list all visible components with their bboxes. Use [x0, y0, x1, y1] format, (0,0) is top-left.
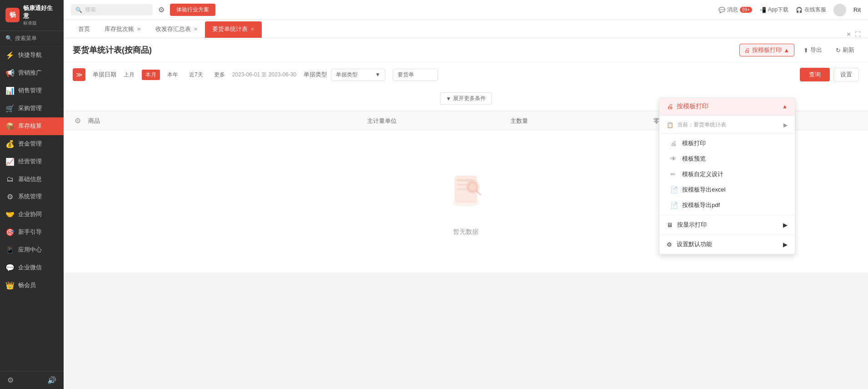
message-btn[interactable]: 💬 消息 99+ [718, 6, 752, 14]
filter-date-group: 单据日期 上月 本月 本年 近7天 更多 2023-06-01 至 2023-0… [93, 70, 296, 80]
dropdown-display-print[interactable]: 🖥 按显示打印 ▶ [659, 217, 795, 232]
sidebar-item-label: 企业微信 [18, 263, 42, 272]
sidebar-item-finance[interactable]: 💰 资金管理 [0, 135, 64, 153]
sales-icon: 📊 [5, 86, 15, 95]
sidebar-item-basic[interactable]: 🗂 基础信息 [0, 171, 64, 188]
table-settings-icon[interactable]: ⚙ [71, 112, 85, 130]
sidebar-search[interactable]: 🔍 搜索菜单 [0, 31, 64, 46]
tab-expand-btn[interactable]: ⛶ [855, 31, 861, 38]
sidebar-item-label: 基础信息 [18, 175, 42, 183]
print-icon: 🖨 [744, 47, 750, 54]
sidebar-item-label: 应用中心 [18, 246, 42, 254]
display-print-icon: 🖥 [667, 222, 673, 228]
print-template-btn[interactable]: 🖨 按模板打印 ▲ [739, 44, 794, 56]
dropdown-item-template-print[interactable]: 🖨 模板打印 [659, 136, 795, 151]
sidebar-item-label: 新手引导 [18, 228, 42, 236]
query-button[interactable]: 查询 [800, 68, 830, 81]
app-download-btn[interactable]: 📲 App下载 [759, 6, 788, 14]
order-goods-input[interactable]: 要货单 [393, 69, 438, 81]
online-service-btn[interactable]: 🎧 在线客服 [796, 6, 826, 14]
filter-expand-icon[interactable]: ≫ [73, 68, 85, 81]
date-range-display: 2023-06-01 至 2023-06-30 [232, 71, 296, 79]
operation-icon: 📈 [5, 157, 15, 166]
date-btn-prev-month[interactable]: 上月 [120, 70, 138, 80]
dropdown-item-export-pdf[interactable]: 📄 按模板导出pdf [659, 197, 795, 213]
tab-batch-account-close[interactable]: ✕ [137, 26, 141, 32]
current-template-expand-icon[interactable]: ▶ [783, 122, 788, 128]
export-label: 导出 [810, 46, 822, 54]
date-btn-this-year[interactable]: 本年 [164, 70, 182, 80]
default-func-icon: ⚙ [667, 241, 672, 248]
refresh-btn[interactable]: ↻ 刷新 [831, 44, 859, 56]
tab-home[interactable]: 首页 [71, 21, 97, 38]
dropdown-item-template-design[interactable]: ✏ 模板自定义设计 [659, 167, 795, 182]
tab-home-label: 首页 [78, 25, 90, 33]
sidebar-item-label: 畅会员 [18, 281, 36, 289]
template-preview-label: 模板预览 [682, 155, 706, 163]
app-center-icon: 📱 [5, 246, 15, 254]
sidebar-item-quick-nav[interactable]: ⚡ 快捷导航 [0, 46, 64, 64]
empty-text: 暂无数据 [453, 228, 479, 236]
print-chevron-up-icon: ▲ [783, 47, 789, 54]
date-btn-more[interactable]: 更多 [210, 70, 229, 80]
default-func-label: 设置默认功能 [677, 240, 712, 248]
tabs-right: ✕ ⛶ [846, 31, 861, 38]
sidebar-item-enterprise[interactable]: 🤝 企业协同 [0, 206, 64, 223]
sidebar-item-wechat[interactable]: 💬 企业微信 [0, 259, 64, 277]
sidebar-item-label: 采购管理 [18, 104, 42, 112]
sidebar-item-operation[interactable]: 📈 经营管理 [0, 153, 64, 171]
search-icon: 🔍 [5, 35, 12, 41]
tab-collection-summary-close[interactable]: ✕ [194, 26, 198, 32]
sidebar-item-sales[interactable]: 📊 销售管理 [0, 82, 64, 100]
date-btn-last-7-days[interactable]: 近7天 [185, 70, 207, 80]
dropdown-default-func[interactable]: ⚙ 设置默认功能 ▶ [659, 237, 795, 252]
order-type-select[interactable]: 单据类型 ▼ [331, 69, 385, 81]
sidebar-settings-icon[interactable]: ⚙ [7, 376, 14, 384]
avatar[interactable] [833, 4, 846, 16]
dropdown-collapse-icon[interactable]: ▲ [782, 103, 788, 110]
online-service-label: 在线客服 [804, 6, 826, 14]
date-btn-this-month[interactable]: 本月 [142, 70, 160, 80]
topbar-search-icon: 🔍 [75, 7, 82, 13]
app-edition: 标准版 [23, 20, 58, 26]
sidebar-sound-icon[interactable]: 🔊 [47, 376, 56, 384]
order-type-placeholder: 单据类型 [336, 71, 358, 79]
inventory-icon: 📦 [5, 122, 15, 131]
content-area: 要货单统计表(按商品) 🖨 按模板打印 ▲ ⬆ 导出 ↻ 刷新 ≫ [64, 38, 868, 389]
sidebar-item-system[interactable]: ⚙ 系统管理 [0, 188, 64, 206]
sidebar-item-purchase[interactable]: 🛒 采购管理 [0, 100, 64, 117]
gear-icon[interactable]: ⚙ [158, 5, 165, 14]
refresh-label: 刷新 [843, 46, 854, 54]
sidebar-footer: ⚙ 🔊 [0, 371, 64, 389]
settings-button[interactable]: 设置 [833, 68, 859, 81]
expand-more-btn[interactable]: ▼ 展开更多条件 [440, 92, 492, 105]
sidebar-item-membership[interactable]: 👑 畅会员 [0, 277, 64, 294]
template-print-icon: 🖨 [670, 140, 678, 147]
topbar-search[interactable]: 🔍 搜索 [71, 4, 153, 15]
sidebar-item-inventory[interactable]: 📦 库存核算 [0, 117, 64, 135]
dropdown-header[interactable]: 🖨 按模板打印 ▲ [659, 98, 795, 116]
print-dropdown-menu: 🖨 按模板打印 ▲ 📋 当前：要货单统计表 ▶ 🖨 模板打印 [659, 97, 795, 255]
dropdown-item-export-excel[interactable]: 📄 按模板导出excel [659, 182, 795, 197]
purchase-icon: 🛒 [5, 104, 15, 113]
tab-batch-account[interactable]: 库存批次账 ✕ [97, 21, 148, 38]
page-header: 要货单统计表(按商品) 🖨 按模板打印 ▲ ⬆ 导出 ↻ 刷新 [64, 38, 868, 62]
tab-collection-summary[interactable]: 收发存汇总表 ✕ [148, 21, 205, 38]
default-func-expand-icon[interactable]: ▶ [783, 241, 788, 248]
sidebar-item-marketing[interactable]: 📢 营销推广 [0, 64, 64, 82]
tab-order-summary[interactable]: 要货单统计表 ✕ [205, 21, 262, 38]
topbar-right: 💬 消息 99+ 📲 App下载 🎧 在线客服 Rit [718, 4, 861, 16]
tab-order-summary-close[interactable]: ✕ [250, 26, 254, 32]
sidebar-item-app-center[interactable]: 📱 应用中心 [0, 241, 64, 259]
tab-close-btn[interactable]: ✕ [846, 31, 851, 38]
industry-btn[interactable]: 体验行业方案 [170, 4, 215, 16]
guide-icon: 🎯 [5, 228, 15, 237]
export-btn[interactable]: ⬆ 导出 [799, 44, 827, 56]
marketing-icon: 📢 [5, 69, 15, 77]
sidebar-item-guide[interactable]: 🎯 新手引导 [0, 223, 64, 241]
app-logo-icon: 畅 [5, 8, 20, 22]
current-template-label: 当前：要货单统计表 [677, 121, 726, 129]
display-print-expand-icon[interactable]: ▶ [783, 222, 788, 228]
service-icon: 🎧 [796, 7, 803, 13]
dropdown-item-template-preview[interactable]: 👁 模板预览 [659, 151, 795, 167]
